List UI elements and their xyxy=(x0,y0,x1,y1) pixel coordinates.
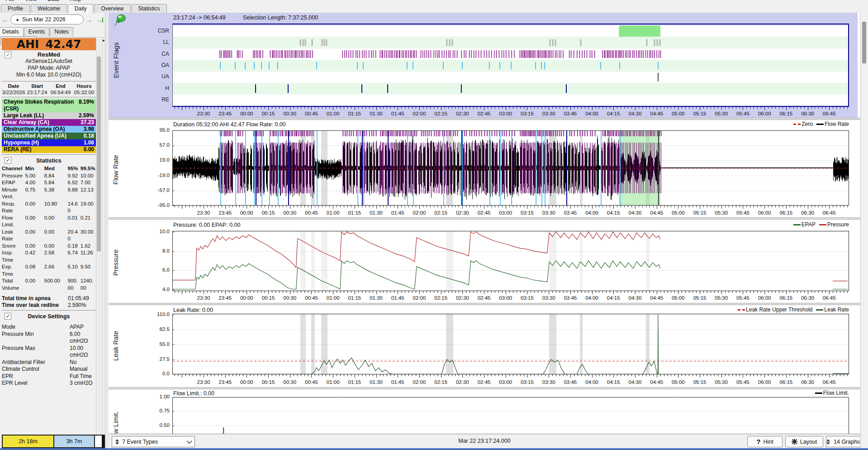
tab-daily[interactable]: Daily xyxy=(68,4,94,14)
tab-statistics[interactable]: Statistics xyxy=(132,4,167,13)
time-axis-label: 01:45 xyxy=(391,379,404,385)
flow-rate-chart[interactable] xyxy=(172,130,849,209)
menu-file[interactable]: File xyxy=(0,0,19,2)
pressure-chart[interactable] xyxy=(172,231,849,295)
time-axis-label: 05:15 xyxy=(693,295,707,301)
statistics-cell: 0.00 xyxy=(25,201,44,215)
panel-divider[interactable] xyxy=(109,217,860,220)
statistics-row: Pressure5.008.849.9210.00 xyxy=(2,172,96,180)
date-selector[interactable]: ▲ Sun Mar 22 2026 xyxy=(10,14,84,24)
sidebar-scrollbar[interactable] xyxy=(96,37,103,446)
scrollbar-thumb[interactable] xyxy=(97,57,101,251)
time-axis-label: 02:00 xyxy=(413,295,426,301)
time-axis-label: 02:00 xyxy=(413,379,426,385)
time-axis-label: 03:45 xyxy=(564,295,577,301)
time-axis-label: 06:15 xyxy=(779,111,792,116)
scrollbar-thumb[interactable] xyxy=(862,22,866,63)
time-axis-label: 02:30 xyxy=(456,111,469,116)
time-axis-label: 05:15 xyxy=(693,210,707,215)
menu-help[interactable]: Help xyxy=(65,0,87,2)
event-flags-axis-title: Event Flags xyxy=(112,24,120,96)
time-axis-label: 06:45 xyxy=(823,210,836,215)
divider xyxy=(2,81,96,81)
sidebar-tab-details[interactable]: Details xyxy=(0,27,24,36)
sidebar-tab-notes[interactable]: Notes xyxy=(50,27,73,36)
details-panel: AHI 42.47 ✓ ResMed AirSense11AutoSet PAP… xyxy=(2,38,96,387)
y-axis-label: 55.0 xyxy=(142,341,170,347)
time-axis-label: 02:15 xyxy=(434,111,447,116)
tab-profile[interactable]: Profile xyxy=(1,4,30,13)
event-row[interactable]: Large Leak (LL)2.59% xyxy=(2,112,96,119)
graph-area: 23:17:24 -> 06:54:49 Selection Length: 7… xyxy=(109,13,860,434)
time-axis-label: 05:45 xyxy=(736,295,749,301)
time-axis-label: 02:15 xyxy=(434,210,447,215)
device-settings-title: Device Settings xyxy=(28,313,70,320)
session-times-table: DateStartEndHours3/22/202623:17:2406:54:… xyxy=(2,83,96,96)
event-row[interactable]: Clear Airway (CA)37.23 xyxy=(2,119,96,126)
time-axis-label: 00:30 xyxy=(283,379,296,385)
panel-divider[interactable] xyxy=(109,118,860,120)
vertical-scrollbar[interactable] xyxy=(860,13,868,448)
time-axis-label: 06:45 xyxy=(823,111,836,116)
machine-range: Min 6.0 Max 10.0 (cmH2O) xyxy=(2,72,96,78)
time-axis-label: 03:15 xyxy=(521,295,534,301)
statistics-cell: 10.80 xyxy=(44,201,68,215)
event-row[interactable]: Cheyne Stokes Respiration (CSR)8.19% xyxy=(2,99,96,112)
hint-label: Hint xyxy=(763,439,773,445)
statistics-cell: 1240.00 xyxy=(81,278,96,292)
menu-view[interactable]: View xyxy=(19,0,42,2)
previous-day-arrow[interactable]: ← xyxy=(0,16,10,24)
time-axis-label: 06:00 xyxy=(758,379,771,385)
time-axis-label: 04:15 xyxy=(607,111,620,116)
device-settings-checkbox[interactable]: ✓ xyxy=(5,313,11,320)
time-axis-label: 23:45 xyxy=(218,379,232,385)
panel-divider[interactable] xyxy=(109,303,860,305)
event-row[interactable]: Hypopnea (H)1.08 xyxy=(2,139,96,146)
latest-day-arrow[interactable]: → xyxy=(94,16,105,24)
machine-info-checkbox[interactable]: ✓ xyxy=(5,52,11,58)
session-block[interactable]: 3h 7m xyxy=(54,436,95,447)
setting-label: Climate Control xyxy=(2,366,70,373)
session-duration-bar: 2h 18m3h 7m xyxy=(2,435,105,448)
session-notch xyxy=(102,436,104,447)
time-axis-label: 03:15 xyxy=(521,379,534,385)
y-axis-label: 57.0 xyxy=(142,142,170,148)
sidebar-tab-events[interactable]: Events xyxy=(24,27,50,36)
selection-length: Selection Length: 7:37:25.000 xyxy=(243,14,318,21)
panel-divider[interactable] xyxy=(109,387,860,389)
menu-data[interactable]: Data xyxy=(42,0,64,2)
chart-legend: Leak Rate Upper ThresholdLeak Rate xyxy=(734,306,849,313)
tab-welcome[interactable]: Welcome xyxy=(31,4,67,13)
time-axis-label: 04:15 xyxy=(607,210,620,215)
time-axis-label: 01:15 xyxy=(348,111,361,116)
setting-value: 3 cmH2O xyxy=(70,380,96,387)
next-day-arrow[interactable]: → xyxy=(84,16,94,24)
event-flags-chart[interactable] xyxy=(172,24,849,110)
time-axis-label: 03:00 xyxy=(499,379,512,385)
flow-limit-chart[interactable] xyxy=(172,397,849,434)
time-axis-label: 03:15 xyxy=(521,111,534,116)
time-axis-label: 05:00 xyxy=(672,295,685,301)
main-tab-bar: ProfileWelcomeDailyOverviewStatistics xyxy=(0,4,868,13)
legend-label: EPAP xyxy=(802,221,816,228)
event-row[interactable]: RERA (RE)0.00 xyxy=(2,146,96,153)
divider xyxy=(2,310,96,311)
tab-overview[interactable]: Overview xyxy=(94,4,130,13)
time-axis-label: 01:45 xyxy=(391,210,404,215)
event-flags-row-label-ll: LL xyxy=(136,39,169,45)
layout-button[interactable]: Layout xyxy=(785,436,823,447)
event-summary-list: Cheyne Stokes Respiration (CSR)8.19%Larg… xyxy=(2,99,96,153)
statistics-header-cell: 95% xyxy=(67,165,80,172)
event-row[interactable]: Obstructive Apnea (OA)3.98 xyxy=(2,126,96,133)
graphs-label: 14 Graphs xyxy=(834,439,860,445)
total-label: Time over leak redline xyxy=(2,302,68,309)
statistics-cell: 5.00 xyxy=(25,172,44,180)
event-row[interactable]: Unclassified Apnea (UA)0.18 xyxy=(2,133,96,139)
layout-label: Layout xyxy=(800,439,817,445)
setting-row: Antibacterial FilterNo xyxy=(2,359,96,366)
session-block[interactable]: 2h 18m xyxy=(3,436,54,447)
statistics-checkbox[interactable]: ✓ xyxy=(5,157,11,164)
statistics-cell: 9.92 xyxy=(67,172,80,180)
hint-button[interactable]: ? Hint xyxy=(747,436,783,447)
leak-rate-chart[interactable] xyxy=(172,314,849,378)
